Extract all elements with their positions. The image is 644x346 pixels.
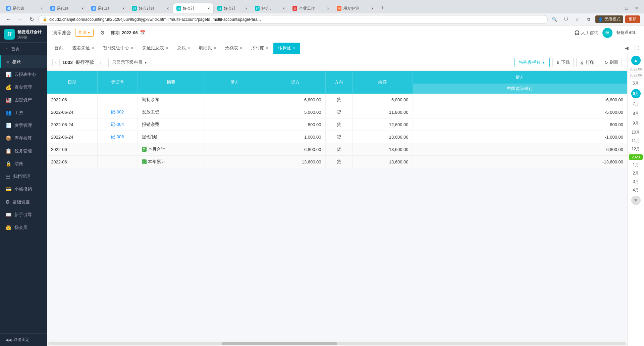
filter-btn[interactable]: 只显示下级科目 ▼	[108, 58, 151, 67]
download-btn[interactable]: ⬇ 下载	[552, 58, 574, 67]
tab-close-icon[interactable]: ✕	[292, 46, 296, 51]
tab-yonyou[interactable]: 用 用友好业 ✕	[333, 3, 377, 13]
star-icon[interactable]: ☆	[573, 15, 582, 24]
scroll-month-5[interactable]: 5月	[628, 79, 644, 88]
scroll-up-btn[interactable]: ▲	[631, 56, 641, 65]
tab-home[interactable]: 首页	[50, 43, 68, 54]
tab-yidaizhang-1[interactable]: 易 易代账 ✕	[3, 3, 46, 13]
sidebar-item-reports[interactable]: 📊 云报表中心	[0, 68, 47, 81]
print-btn[interactable]: 🖨 打印	[576, 58, 598, 67]
scroll-down-btn[interactable]: ▼	[631, 196, 641, 205]
voucher-link[interactable]: 记-004	[111, 122, 124, 127]
tab-close-icon[interactable]: ✕	[166, 7, 169, 10]
horizontal-scrollbar[interactable]	[47, 341, 627, 346]
sidebar-item-payroll[interactable]: 👥 工资	[0, 106, 47, 119]
tab-close-icon[interactable]: ✕	[122, 7, 125, 10]
new-tab-button[interactable]: +	[378, 3, 387, 13]
scroll-month-2023-1[interactable]: 1月	[628, 161, 644, 169]
tab-collapse-btn[interactable]: ◀	[622, 43, 631, 53]
tab-close-icon[interactable]: ✕	[40, 7, 43, 10]
sidebar-item-closing[interactable]: 🔒 结账	[0, 157, 47, 170]
prev-account-btn[interactable]: ‹	[52, 59, 60, 66]
tab-close-icon[interactable]: ✕	[187, 46, 190, 50]
tab-close-icon[interactable]: ✕	[245, 7, 248, 10]
incognito-btn[interactable]: 👤 无痕模式	[595, 15, 623, 23]
minimize-btn[interactable]: −	[612, 3, 621, 13]
sidebar-item-home[interactable]: ⌂ 首页	[0, 43, 47, 55]
sidebar-item-settings[interactable]: ⚙ 基础设置	[0, 196, 47, 208]
sidebar-item-tax[interactable]: 📋 税务管理	[0, 145, 47, 157]
tab-close-icon[interactable]: ✕	[239, 46, 243, 50]
tab-expand-btn[interactable]: ⛶	[632, 43, 641, 53]
tab-voucher[interactable]: 查看凭证 ✕	[68, 43, 98, 54]
tab-close-icon[interactable]: ✕	[207, 7, 210, 10]
calendar-icon[interactable]: 📅	[140, 30, 145, 35]
scroll-month-8[interactable]: 8月	[628, 109, 644, 118]
close-btn[interactable]: ✕	[632, 3, 641, 13]
tab-haohuiji-3[interactable]: 好 好会计 ✕	[252, 3, 288, 13]
extensions-icon[interactable]: ⧉	[584, 15, 593, 24]
scroll-month-12[interactable]: 12月	[628, 145, 644, 153]
special-multi-btn[interactable]: 特殊多栏账 ▼	[515, 58, 550, 67]
voucher-link[interactable]: 记-002	[111, 109, 124, 114]
sidebar-item-ledger[interactable]: ≡ 总账	[0, 55, 47, 68]
search-icon[interactable]: 🔍	[550, 15, 559, 24]
sidebar-item-archive[interactable]: 🗃 归档管理	[0, 170, 47, 183]
voucher-link[interactable]: 记-006	[111, 134, 124, 139]
shield-icon[interactable]: 🛡	[561, 15, 571, 24]
tab-haohuiji-active[interactable]: 好 好会计 ✕	[173, 3, 213, 13]
sidebar-item-expense[interactable]: 💳 小畅报销	[0, 183, 47, 196]
tab-voucher-summary[interactable]: 凭证汇总表 ✕	[138, 43, 172, 54]
forward-btn[interactable]: →	[15, 15, 25, 24]
tab-general-ledger[interactable]: 总账 ✕	[173, 43, 194, 54]
user-avatar[interactable]: 畅	[602, 28, 612, 38]
tab-yidaizhang-3[interactable]: 易 易代账 ✕	[88, 3, 128, 13]
scroll-month-2023-4[interactable]: 4月	[628, 186, 644, 194]
tab-smart-voucher[interactable]: 智能凭证中心 ✕	[99, 43, 138, 54]
tab-close-icon[interactable]: ✕	[371, 7, 374, 10]
tab-haohuiji-2[interactable]: 好 好会计 ✕	[214, 3, 251, 13]
tab-close-icon[interactable]: ✕	[266, 46, 269, 50]
scroll-month-11[interactable]: 11月	[628, 137, 644, 145]
sidebar-item-inventory[interactable]: 📦 库存核算	[0, 132, 47, 145]
consultant-btn[interactable]: 🎧 人工咨询	[574, 30, 598, 36]
update-btn[interactable]: 更新	[625, 15, 640, 23]
refresh-btn[interactable]: ↻ 刷新	[601, 58, 622, 67]
cell-voucher[interactable]: 记-002	[97, 106, 138, 118]
tab-yidaizhang-2[interactable]: 易 易代账 ✕	[47, 3, 87, 13]
tab-detail-ledger[interactable]: 明细账 ✕	[195, 43, 220, 54]
reload-btn[interactable]: ↻	[27, 15, 36, 24]
scroll-month-2023-2[interactable]: 2月	[628, 169, 644, 178]
scroll-month-9[interactable]: 9月	[628, 118, 644, 128]
sidebar-item-member[interactable]: 👑 畅会员	[0, 221, 47, 234]
scroll-month-7[interactable]: 7月	[628, 99, 644, 109]
tab-enterprise[interactable]: 企 企业工作 ✕	[289, 3, 333, 13]
cell-voucher[interactable]: 记-004	[97, 118, 138, 131]
sidebar-item-funds[interactable]: 💰 资金管理	[0, 81, 47, 94]
tab-multi-column[interactable]: 多栏账 ✕	[273, 43, 300, 54]
tab-close-icon[interactable]: ✕	[213, 46, 216, 50]
scroll-month-10[interactable]: 10月	[628, 128, 644, 137]
sidebar-item-assets[interactable]: 🏭 固定资产	[0, 94, 47, 106]
scroll-month-2023-3[interactable]: 3月	[628, 178, 644, 186]
tab-close-icon[interactable]: ✕	[327, 7, 329, 10]
sidebar-item-guide[interactable]: 📖 新手引导	[0, 208, 47, 221]
settings-gear-icon[interactable]: ⚙	[98, 28, 107, 38]
tab-close-icon[interactable]: ✕	[81, 7, 84, 10]
tab-haohuiji-1[interactable]: 好 好会计账 ✕	[129, 3, 172, 13]
scroll-month-6-active[interactable]: 6月	[631, 89, 641, 98]
maximize-btn[interactable]: □	[622, 3, 631, 13]
tab-close-icon[interactable]: ✕	[130, 46, 133, 50]
tab-sequence[interactable]: 序时账 ✕	[247, 43, 273, 54]
url-bar[interactable]: 🔒 cloud2.chanjet.com/accounting/uh26t264…	[38, 15, 548, 24]
sidebar-item-invoice[interactable]: 🧾 发票管理	[0, 119, 47, 132]
back-btn[interactable]: ←	[4, 15, 13, 24]
tab-close-icon[interactable]: ✕	[165, 46, 168, 50]
tab-balance[interactable]: 余额表 ✕	[221, 43, 247, 54]
pin-toggle[interactable]: ◀◀ 取消固定	[0, 333, 47, 346]
tab-close-icon[interactable]: ✕	[282, 7, 285, 10]
next-account-btn[interactable]: ›	[97, 59, 104, 66]
tab-close-icon[interactable]: ✕	[91, 46, 94, 50]
cell-voucher[interactable]: 记-006	[97, 131, 138, 143]
account-badge[interactable]: 禁用 ▼	[75, 29, 94, 37]
